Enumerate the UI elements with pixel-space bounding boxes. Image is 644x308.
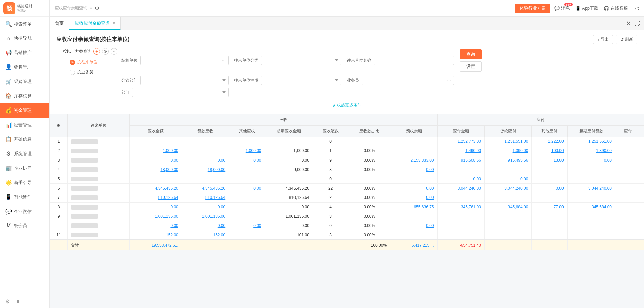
salesperson-input[interactable]: ··· xyxy=(362,76,454,85)
dept-label: 部门 xyxy=(121,90,129,95)
tab-receivable-query[interactable]: 应收应付余额查询 × xyxy=(69,17,121,30)
promo-button[interactable]: 体验行业方案 xyxy=(515,4,550,13)
set-button[interactable]: 设置 xyxy=(460,61,482,72)
partner-cell[interactable] xyxy=(67,146,129,156)
partner-cell[interactable] xyxy=(67,202,129,212)
tab-right-actions: ✕ ⛶ xyxy=(622,17,644,30)
th-receivable-group: 应收 xyxy=(129,114,437,126)
filter-row-1: 按以下方案查询 + ⊙ « 畅 按往来单位 ○ 按业务员 xyxy=(63,48,631,98)
table-wrapper: ⚙ 往来单位 应收 应付 xyxy=(50,114,644,250)
settlement-unit-input[interactable]: ··· xyxy=(140,56,229,65)
query-button[interactable]: 查询 xyxy=(460,49,482,59)
topbar-right: 💬 消息 99+ 📱 App下载 🎧 在线客服 Rit xyxy=(554,5,639,11)
sales-icon: 👤 xyxy=(5,64,11,70)
collapse-more-button[interactable]: ∧ 收起更多条件 xyxy=(63,101,631,109)
corp-icon: 🏢 xyxy=(5,165,11,171)
dept-select[interactable] xyxy=(132,88,229,97)
collapse-up-icon: ∧ xyxy=(333,103,336,108)
partner-nature-select[interactable] xyxy=(261,76,341,85)
export-button[interactable]: ↑ 导出 xyxy=(593,35,613,44)
partner-cell[interactable] xyxy=(67,137,129,146)
filter-nav-tree: 按以下方案查询 + ⊙ « 畅 按往来单位 ○ 按业务员 xyxy=(63,48,117,77)
purchase-icon: 🛒 xyxy=(5,78,11,85)
partner-category-label: 往来单位分类 xyxy=(234,58,258,63)
partner-category-select[interactable] xyxy=(261,56,341,65)
sidebar-item-wechat[interactable]: 💬 企业微信 xyxy=(0,204,49,219)
refresh-button[interactable]: ↺ 刷新 xyxy=(616,35,637,44)
maximize-icon[interactable]: ⛶ xyxy=(635,20,640,27)
th-prepaid: 预收余额 xyxy=(390,126,437,137)
th-pay-cont: 应付... xyxy=(615,126,644,137)
sidebar-item-hardware[interactable]: 📱 智能硬件 xyxy=(0,190,49,204)
sidebar-item-guide[interactable]: 🌟 新手引导 xyxy=(0,175,49,190)
close-window-icon[interactable]: ✕ xyxy=(626,20,631,27)
sidebar-item-operations[interactable]: 📊 经营管理 xyxy=(0,118,49,132)
sidebar-item-member[interactable]: V 畅会员 xyxy=(0,219,49,233)
sidebar: 畅 畅捷通财 标准版 🔍 搜索菜单 ⌂ 快捷导航 📢 营销推广 👤 销售管理 🛒… xyxy=(0,0,50,308)
footer-label: 合计 xyxy=(67,240,129,250)
sidebar-item-marketing[interactable]: 📢 营销推广 xyxy=(0,45,49,60)
th-partner: 往来单位 xyxy=(67,114,129,137)
table-row: 418,000.0018,000.009,000.0030.00%0.00 xyxy=(50,165,644,174)
partner-cell[interactable] xyxy=(67,184,129,193)
system-icon: ⚙ xyxy=(5,150,11,157)
table-row: 500.000.00 xyxy=(50,174,644,184)
topbar-gear-icon[interactable]: ⚙ xyxy=(95,5,99,11)
sidebar-item-finance[interactable]: 💰 资金管理 xyxy=(0,103,49,118)
partner-cell[interactable] xyxy=(67,221,129,230)
partner-name-input[interactable] xyxy=(374,56,454,65)
sidebar-item-system[interactable]: ⚙ 系统管理 xyxy=(0,146,49,161)
th-overdue-pay: 超期应付货款 xyxy=(567,126,615,137)
sidebar-item-corp[interactable]: 🏢 企业协同 xyxy=(0,161,49,175)
th-overdue-recv: 超期应收金额 xyxy=(265,126,313,137)
footer-recv-total[interactable]: 19,553,472,6... xyxy=(129,240,182,250)
sidebar-item-purchase[interactable]: 🛒 采购管理 xyxy=(0,74,49,89)
partner-cell[interactable] xyxy=(67,230,129,240)
table-row: 21,000.001,000.001,000.0010.00%1,490.001… xyxy=(50,146,644,156)
settings-bottom-icon[interactable]: ⚙ xyxy=(5,298,10,305)
partner-cell[interactable] xyxy=(67,193,129,202)
th-loan-pay: 货款应付 xyxy=(484,126,531,137)
app-download-button[interactable]: 📱 App下载 xyxy=(575,5,598,11)
partner-cell[interactable] xyxy=(67,156,129,165)
table-row: 101,252,773.001,251,551.001,222.001,251,… xyxy=(50,137,644,146)
footer-prepaid-total[interactable]: 6,417,215.... xyxy=(390,240,437,250)
salesperson-icon: ○ xyxy=(70,70,75,75)
settlement-unit-label: 结算单位 xyxy=(121,58,138,63)
logo-area: 畅 畅捷通财 标准版 xyxy=(0,0,49,17)
sidebar-item-quicknav[interactable]: ⌂ 快捷导航 xyxy=(0,31,49,45)
table-row: 11152.00152.00101.0030.00% xyxy=(50,230,644,240)
inventory-icon: 🏠 xyxy=(5,93,11,99)
nav-tree-item-partner[interactable]: 畅 按往来单位 xyxy=(63,57,117,67)
message-icon: 💬 xyxy=(554,6,560,11)
pause-bottom-icon[interactable]: ⏸ xyxy=(15,299,21,305)
export-icon: ↑ xyxy=(597,37,599,42)
tab-home[interactable]: 首页 xyxy=(50,17,69,30)
chevron-down-icon[interactable]: ▾ xyxy=(90,6,92,11)
logo-icon: 畅 xyxy=(3,2,15,14)
close-tab-icon[interactable]: × xyxy=(113,21,115,25)
sidebar-item-basic[interactable]: 📋 基础信息 xyxy=(0,132,49,146)
message-button[interactable]: 💬 消息 99+ xyxy=(554,5,570,11)
dept-manager-select[interactable] xyxy=(140,76,229,85)
filter-collapse-button[interactable]: « xyxy=(111,48,117,55)
sidebar-item-sales[interactable]: 👤 销售管理 xyxy=(0,60,49,74)
logo-badge: 标准版 xyxy=(17,8,32,13)
filter-settings-button[interactable]: ⊙ xyxy=(102,48,109,55)
partner-cell[interactable] xyxy=(67,165,129,174)
partner-cell[interactable] xyxy=(67,212,129,221)
sidebar-item-search[interactable]: 🔍 搜索菜单 xyxy=(0,17,49,31)
partner-cell[interactable] xyxy=(67,174,129,184)
th-settings[interactable]: ⚙ xyxy=(50,114,68,137)
data-table: ⚙ 往来单位 应收 应付 xyxy=(50,114,644,250)
topbar: 应收应付余额查询 ▾ ⚙ 体验行业方案 💬 消息 99+ 📱 App下载 🎧 在… xyxy=(50,0,644,17)
filter-add-button[interactable]: + xyxy=(93,48,100,55)
table-settings-icon[interactable]: ⚙ xyxy=(57,123,60,128)
sidebar-item-inventory[interactable]: 🏠 库存核算 xyxy=(0,89,49,103)
table-row: 64,345,436.204,345,436.200.004,345,436.2… xyxy=(50,184,644,193)
nav-tree-item-salesperson[interactable]: ○ 按业务员 xyxy=(63,67,117,77)
filter-partner-name: 往来单位名称 xyxy=(347,56,454,65)
service-button[interactable]: 🎧 在线客服 xyxy=(604,5,628,11)
basic-icon: 📋 xyxy=(5,136,11,142)
user-name[interactable]: Rit xyxy=(633,6,639,11)
